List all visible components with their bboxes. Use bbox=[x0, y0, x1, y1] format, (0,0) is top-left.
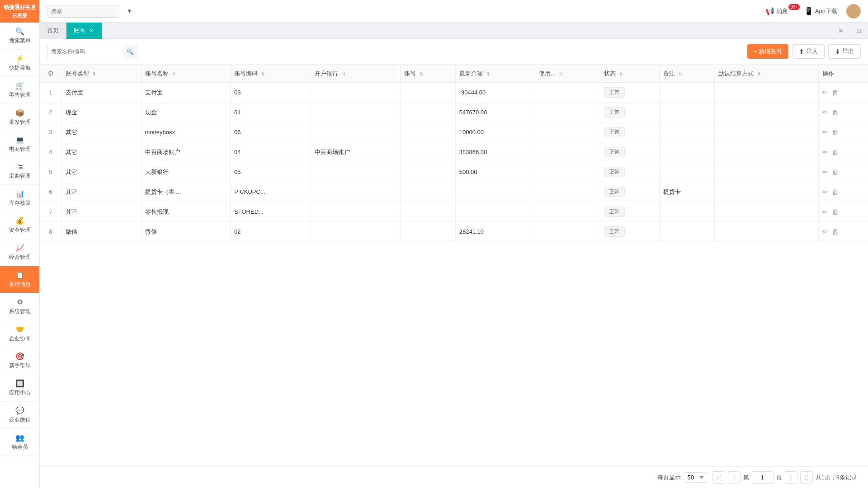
message-button[interactable]: 📢 消息 99+ bbox=[765, 7, 795, 15]
edit-button[interactable]: ✏ bbox=[822, 188, 828, 196]
per-page-select[interactable]: 50 100 200 bbox=[684, 472, 707, 483]
col-remark-header[interactable]: 备注 ⇅ bbox=[660, 65, 715, 83]
sidebar-item-finance-mgmt[interactable]: 💰资金管理 bbox=[0, 212, 39, 239]
beginner-guide-icon: 🎯 bbox=[2, 352, 37, 361]
col-code-header[interactable]: 账号编码 ⇅ bbox=[231, 65, 311, 83]
sidebar-item-purchase-mgmt[interactable]: 🛍采购管理 bbox=[0, 158, 39, 185]
sidebar-item-enterprise-agreement[interactable]: 🤝企业协同 bbox=[0, 320, 39, 347]
row-balance: 28241.10 bbox=[455, 222, 535, 242]
delete-button[interactable]: 🗑 bbox=[832, 228, 839, 236]
sidebar-item-ecommerce-mgmt[interactable]: 💻电商管理 bbox=[0, 131, 39, 158]
delete-button[interactable]: 🗑 bbox=[832, 208, 839, 216]
edit-button[interactable]: ✏ bbox=[822, 228, 828, 236]
edit-button[interactable]: ✏ bbox=[822, 89, 828, 97]
table-row: 7 其它 零售抵现 STORED... 正常 ✏ 🗑 bbox=[40, 202, 868, 222]
row-bank bbox=[311, 103, 401, 122]
first-page-button[interactable]: ⟨⟨ bbox=[712, 471, 725, 484]
sidebar-item-inventory[interactable]: 📊库存核算 bbox=[0, 185, 39, 212]
search-button[interactable]: 🔍 bbox=[123, 45, 137, 58]
sidebar-item-member[interactable]: 👥畅会员 bbox=[0, 429, 39, 456]
delete-button[interactable]: 🗑 bbox=[832, 148, 839, 156]
ecommerce-mgmt-icon: 💻 bbox=[2, 136, 37, 144]
next-page-button[interactable]: ⟩ bbox=[785, 471, 797, 484]
maximize-window-button[interactable]: ⊡ bbox=[850, 23, 868, 39]
toolbar-right: + 新增账号 ⬆ 导入 ⬇ 导出 bbox=[747, 44, 861, 59]
delete-button[interactable]: 🗑 bbox=[832, 168, 839, 176]
row-bank bbox=[311, 222, 401, 242]
col-usage-header[interactable]: 使用... ⇅ bbox=[535, 65, 600, 83]
delete-button[interactable]: 🗑 bbox=[832, 128, 839, 136]
row-default-settlement bbox=[715, 202, 819, 222]
edit-button[interactable]: ✏ bbox=[822, 168, 828, 176]
row-name: 大新银行 bbox=[141, 162, 231, 182]
settings-icon[interactable]: ⚙ bbox=[47, 70, 54, 77]
inventory-icon: 📊 bbox=[2, 189, 37, 198]
row-account bbox=[400, 182, 455, 202]
app-download-button[interactable]: 📱 App下载 bbox=[804, 7, 837, 15]
avatar[interactable] bbox=[846, 4, 861, 19]
row-remark bbox=[660, 142, 715, 162]
delete-button[interactable]: 🗑 bbox=[832, 89, 839, 97]
sidebar-item-wholesale-mgmt[interactable]: 📦批发管理 bbox=[0, 104, 39, 131]
export-button[interactable]: ⬇ 导出 bbox=[828, 44, 861, 59]
sidebar-item-beginner-guide[interactable]: 🎯新手引导 bbox=[0, 347, 39, 375]
col-bank-header[interactable]: 开户银行 ⇅ bbox=[311, 65, 401, 83]
edit-button[interactable]: ✏ bbox=[822, 148, 828, 156]
sidebar-item-retail-mgmt[interactable]: 🛒零售管理 bbox=[0, 77, 39, 104]
status-badge: 正常 bbox=[604, 226, 625, 237]
row-account bbox=[400, 142, 455, 162]
edit-button[interactable]: ✏ bbox=[822, 208, 828, 216]
last-page-button[interactable]: ⟩⟩ bbox=[800, 471, 813, 484]
sidebar-item-label: 采购管理 bbox=[9, 173, 31, 179]
sidebar-item-label: 应用中心 bbox=[9, 389, 31, 396]
import-button[interactable]: ⬆ 导入 bbox=[792, 44, 825, 59]
row-actions: ✏ 🗑 bbox=[819, 182, 868, 202]
sidebar-item-operation-mgmt[interactable]: 📈经营管理 bbox=[0, 239, 39, 266]
row-status: 正常 bbox=[600, 202, 660, 222]
search-menu-icon: 🔍 bbox=[2, 27, 37, 36]
sidebar-item-search-menu[interactable]: 🔍搜索菜单 bbox=[0, 23, 39, 50]
row-balance bbox=[455, 182, 535, 202]
edit-button[interactable]: ✏ bbox=[822, 108, 828, 117]
delete-button[interactable]: 🗑 bbox=[832, 188, 839, 196]
row-account bbox=[400, 103, 455, 122]
col-type-header[interactable]: 账号类型 ⇅ bbox=[61, 65, 141, 83]
col-status-header[interactable]: 状态 ⇅ bbox=[600, 65, 660, 83]
row-balance: 10000.00 bbox=[455, 122, 535, 142]
status-badge: 正常 bbox=[604, 167, 625, 177]
row-type: 其它 bbox=[61, 122, 141, 142]
row-status: 正常 bbox=[600, 182, 660, 202]
tab-account[interactable]: 账号✕ bbox=[66, 23, 102, 39]
add-account-button[interactable]: + 新增账号 bbox=[747, 44, 788, 59]
close-window-button[interactable]: ✕ bbox=[832, 23, 850, 39]
sidebar-item-quick-nav[interactable]: ⚡快捷导航 bbox=[0, 50, 39, 77]
quick-nav-icon: ⚡ bbox=[2, 54, 37, 63]
col-account-header[interactable]: 账号 ⇅ bbox=[400, 65, 455, 83]
page-suffix: 页 bbox=[776, 474, 782, 482]
page-input[interactable] bbox=[752, 471, 774, 484]
topbar-dropdown[interactable]: ▼ bbox=[127, 8, 132, 14]
row-type: 其它 bbox=[61, 182, 141, 202]
sidebar-item-app-center[interactable]: 🔲应用中心 bbox=[0, 375, 39, 402]
status-badge: 正常 bbox=[604, 107, 625, 117]
sidebar-item-enterprise-wechat[interactable]: 💬企业微信 bbox=[0, 402, 39, 429]
edit-button[interactable]: ✏ bbox=[822, 128, 828, 136]
col-name-header[interactable]: 账号名称 ⇅ bbox=[141, 65, 231, 83]
table-row: 8 微信 微信 02 28241.10 正常 ✏ 🗑 bbox=[40, 222, 868, 242]
delete-button[interactable]: 🗑 bbox=[832, 108, 839, 117]
topbar-search-input[interactable] bbox=[47, 5, 119, 18]
search-input[interactable] bbox=[47, 48, 123, 55]
col-settings[interactable]: ⚙ bbox=[40, 65, 61, 83]
sidebar-item-system-mgmt[interactable]: ⚙系统管理 bbox=[0, 293, 39, 320]
row-remark bbox=[660, 202, 715, 222]
sidebar-item-label: 快捷导航 bbox=[9, 65, 31, 71]
col-balance-header[interactable]: 最新余额 ⇅ bbox=[455, 65, 535, 83]
prev-page-button[interactable]: ⟨ bbox=[728, 471, 741, 484]
col-default-settlement-header[interactable]: 默认结算方式 ⇅ bbox=[715, 65, 819, 83]
app-logo: 畅捷通好生意 乐意版 bbox=[0, 0, 39, 23]
tab-close-button[interactable]: ✕ bbox=[88, 28, 94, 34]
tab-home[interactable]: 首页 bbox=[40, 23, 66, 39]
operation-mgmt-icon: 📈 bbox=[2, 244, 37, 252]
sidebar-item-basic-info[interactable]: 📋基础信息 bbox=[0, 266, 39, 293]
topbar: ▼ 📢 消息 99+ 📱 App下载 bbox=[40, 0, 868, 23]
